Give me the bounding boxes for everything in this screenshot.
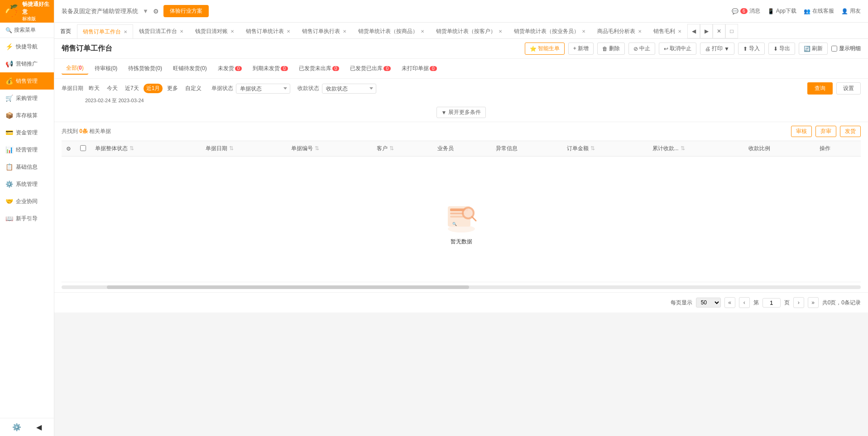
search-menu[interactable]: 🔍 搜索菜单 <box>0 23 54 38</box>
sub-tab-pending-pick[interactable]: 待拣货验货(0) <box>124 63 167 74</box>
tab-daily-clear[interactable]: 钱货日清工作台 ✕ <box>133 24 189 38</box>
tab-sales-exec[interactable]: 销售订单执行表 ✕ <box>296 24 352 38</box>
col-staff: 业务员 <box>433 141 491 156</box>
page-label: 第 <box>753 299 759 307</box>
page-number-input[interactable] <box>762 298 781 308</box>
date-7days[interactable]: 近7天 <box>122 84 142 93</box>
tab-sales-customer[interactable]: 销货单统计表（按客户） ✕ <box>430 24 508 38</box>
print-button[interactable]: 🖨 打印 ▼ <box>700 43 734 55</box>
sidebar-item-guide[interactable]: 📖 新手引导 <box>0 210 54 227</box>
tab-sales-stats[interactable]: 销售订单统计表 ✕ <box>240 24 296 38</box>
sidebar-item-purchase[interactable]: 🛒 采购管理 <box>0 90 54 107</box>
industry-button[interactable]: 体验行业方案 <box>163 5 209 17</box>
tab-gross-profit-close[interactable]: ✕ <box>638 29 642 34</box>
user-menu[interactable]: 👤 用友 <box>841 7 861 15</box>
collapse-icon[interactable]: ◀ <box>36 423 42 431</box>
date-more[interactable]: 更多 <box>164 84 181 93</box>
add-button[interactable]: + 新增 <box>568 43 594 55</box>
page-prev-btn[interactable]: ‹ <box>739 297 750 308</box>
sub-tab-shipped-not-out[interactable]: 已发货未出库0 <box>294 63 344 74</box>
show-detail-checkbox[interactable] <box>831 46 837 52</box>
sub-tab-overdue-not-shipped[interactable]: 到期未发货0 <box>248 63 293 74</box>
table-info: 共找到 0条 相关单据 <box>62 128 111 135</box>
set-button[interactable]: 设置 <box>836 82 861 95</box>
sidebar-item-finance[interactable]: 💳 资金管理 <box>0 124 54 141</box>
page-next-btn[interactable]: › <box>793 297 804 308</box>
app-icon: 📱 <box>767 8 774 14</box>
cancel-stop-button[interactable]: ↩ 取消中止 <box>659 43 696 55</box>
tab-home[interactable]: 首页 <box>54 24 77 38</box>
payment-filter: 收款状态 收款状态 <box>297 84 376 94</box>
cancel-audit-btn[interactable]: 弃审 <box>815 126 836 137</box>
sidebar-item-inventory[interactable]: 📦 库存核算 <box>0 107 54 124</box>
tab-sales-staff[interactable]: 销货单统计表（按业务员） ✕ <box>508 24 591 38</box>
show-detail-checkbox-label[interactable]: 显示明细 <box>831 45 861 52</box>
query-button[interactable]: 查询 <box>807 82 833 95</box>
sidebar-item-enterprise[interactable]: 🤝 企业协同 <box>0 193 54 210</box>
status-select[interactable]: 单据状态 <box>236 84 290 94</box>
sub-tab-not-shipped[interactable]: 未发货0 <box>213 63 247 74</box>
smart-generate-button[interactable]: ⭐ 智能生单 <box>525 43 565 55</box>
sub-tab-shipped-out[interactable]: 已发货已出库0 <box>345 63 395 74</box>
tab-sales-order[interactable]: 销售订单工作台 ✕ <box>77 24 133 39</box>
tab-sales-margin[interactable]: 销售毛利 ✕ <box>647 24 687 38</box>
stop-button[interactable]: ⊘ 中止 <box>628 43 655 55</box>
tab-daily-clear-close[interactable]: ✕ <box>180 29 183 34</box>
page-last-btn[interactable]: » <box>808 297 819 308</box>
tab-sales-margin-close[interactable]: ✕ <box>678 29 681 34</box>
tab-next-btn[interactable]: ▶ <box>700 24 713 38</box>
payment-select[interactable]: 收款状态 <box>322 84 376 94</box>
date-1month[interactable]: 近1月 <box>144 84 163 93</box>
col-checkbox[interactable] <box>76 141 91 156</box>
dropdown-icon[interactable]: ▼ <box>143 8 149 14</box>
tab-gross-profit[interactable]: 商品毛利分析表 ✕ <box>591 24 647 38</box>
tab-sales-product[interactable]: 销货单统计表（按商品） ✕ <box>352 24 430 38</box>
tab-maximize-btn[interactable]: □ <box>725 24 738 38</box>
expand-filter-btn[interactable]: ▼ 展开更多条件 <box>436 107 486 118</box>
settings-icon[interactable]: ⚙️ <box>12 423 21 431</box>
settings-icon[interactable]: ⚙ <box>153 8 159 15</box>
sidebar-item-marketing[interactable]: 📢 营销推广 <box>0 55 54 72</box>
sub-tab-all[interactable]: 全部(0) <box>62 62 88 75</box>
svg-text:🔍: 🔍 <box>452 222 457 226</box>
select-all-checkbox[interactable] <box>80 145 86 151</box>
expand-icon: ▼ <box>441 109 447 116</box>
export-button[interactable]: ⬇ 导出 <box>768 43 795 55</box>
tab-sales-customer-close[interactable]: ✕ <box>499 29 502 34</box>
import-button[interactable]: ⬆ 导入 <box>738 43 765 55</box>
tab-daily-reconcile-close[interactable]: ✕ <box>230 29 234 34</box>
sidebar-item-sales[interactable]: 💰 销售管理 <box>0 72 54 90</box>
tab-daily-reconcile[interactable]: 钱货日清对账 ✕ <box>189 24 240 38</box>
tab-sales-order-close[interactable]: ✕ <box>124 29 127 34</box>
date-yesterday[interactable]: 昨天 <box>86 84 102 93</box>
sub-tab-pending-review[interactable]: 待审核(0) <box>90 63 122 74</box>
sub-tab-not-printed[interactable]: 未打印单据0 <box>397 63 441 74</box>
sidebar-item-basic[interactable]: 📋 基础信息 <box>0 158 54 175</box>
ship-btn[interactable]: 发货 <box>840 126 861 137</box>
scrollbar-thumb[interactable] <box>107 285 469 289</box>
tab-prev-btn[interactable]: ◀ <box>687 24 700 38</box>
app-download-btn[interactable]: 📱 App下载 <box>767 7 796 15</box>
audit-btn[interactable]: 审核 <box>791 126 812 137</box>
date-custom[interactable]: 自定义 <box>182 84 204 93</box>
tab-close-all-btn[interactable]: ✕ <box>713 24 725 38</box>
col-action: 操作 <box>815 141 861 156</box>
refresh-button[interactable]: 🔄 刷新 <box>799 43 828 55</box>
sidebar-item-operations[interactable]: 📊 经营管理 <box>0 141 54 158</box>
tab-sales-exec-close[interactable]: ✕ <box>343 29 346 34</box>
page-first-btn[interactable]: « <box>724 297 735 308</box>
sub-tab-shop-pending-ship[interactable]: 旺铺待发货(0) <box>168 63 211 74</box>
tab-sales-staff-close[interactable]: ✕ <box>582 29 585 34</box>
message-btn[interactable]: 💬 6 消息 <box>732 7 760 15</box>
sidebar-item-quicknav[interactable]: ⚡ 快捷导航 <box>0 38 54 55</box>
per-page-select[interactable]: 50 20 100 <box>696 298 721 308</box>
online-service-btn[interactable]: 👥 在线客服 <box>804 7 834 15</box>
delete-button[interactable]: 🗑 删除 <box>597 43 625 55</box>
tab-sales-stats-close[interactable]: ✕ <box>287 29 290 34</box>
tab-sales-product-close[interactable]: ✕ <box>421 29 424 34</box>
horizontal-scrollbar[interactable] <box>54 282 868 292</box>
col-settings[interactable]: ⚙ <box>62 141 76 156</box>
sidebar-item-system[interactable]: ⚙️ 系统管理 <box>0 175 54 193</box>
date-today[interactable]: 今天 <box>104 84 120 93</box>
header-right: 💬 6 消息 📱 App下载 👥 在线客服 👤 用友 <box>732 7 861 15</box>
